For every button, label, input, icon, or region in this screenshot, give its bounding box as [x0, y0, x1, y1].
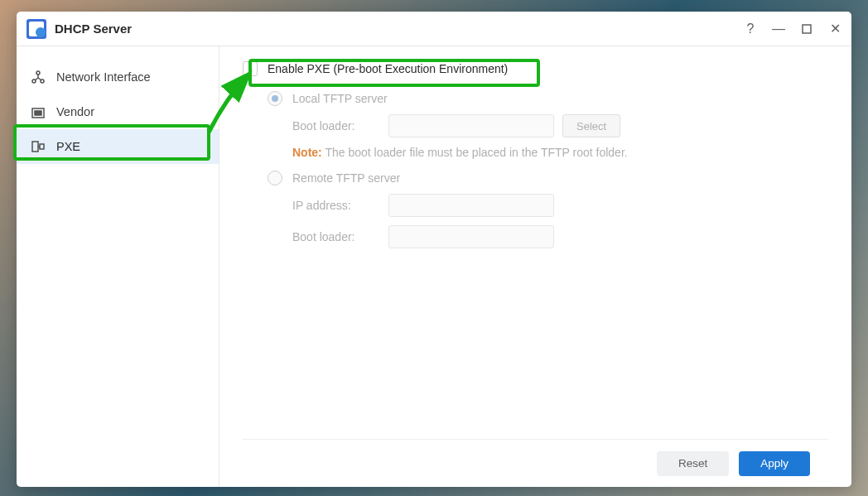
bootloader-row: Boot loader: Select	[292, 114, 828, 137]
ip-label: IP address:	[292, 199, 388, 212]
local-tftp-row: Local TFTP server	[268, 91, 828, 106]
body: Network Interface Vendor PXE Enable PXE …	[17, 46, 851, 487]
help-icon[interactable]: ?	[744, 22, 757, 36]
svg-rect-10	[40, 113, 41, 115]
app-icon	[27, 19, 46, 39]
local-subsection: Boot loader: Select Note: The boot loade…	[292, 114, 828, 159]
remote-tftp-radio[interactable]	[268, 171, 282, 185]
app-window: DHCP Server ? — ✕ Network Interface Vend…	[17, 12, 851, 487]
reset-button[interactable]: Reset	[657, 451, 729, 476]
window-controls: ? — ✕	[744, 22, 841, 36]
svg-rect-0	[803, 25, 811, 33]
sidebar-item-label: Network Interface	[56, 70, 151, 84]
sidebar-item-label: PXE	[56, 140, 80, 153]
bootloader2-input[interactable]	[388, 225, 554, 248]
vendor-icon	[30, 104, 46, 120]
sidebar-item-pxe[interactable]: PXE	[17, 129, 219, 164]
svg-rect-5	[35, 111, 36, 113]
sidebar-item-network-interface[interactable]: Network Interface	[17, 60, 219, 94]
note-row: Note: The boot loader file must be place…	[292, 146, 828, 159]
bootloader-input[interactable]	[388, 114, 554, 137]
bootloader2-row: Boot loader:	[292, 225, 828, 248]
footer: Reset Apply	[243, 439, 828, 487]
remote-tftp-row: Remote TFTP server	[268, 171, 828, 185]
svg-point-1	[36, 71, 40, 75]
pxe-section: Local TFTP server Boot loader: Select No…	[268, 86, 828, 257]
svg-rect-6	[37, 111, 39, 113]
local-tftp-radio[interactable]	[268, 91, 282, 106]
minimize-icon[interactable]: —	[772, 22, 785, 36]
remote-subsection: IP address: Boot loader:	[292, 194, 828, 248]
svg-rect-12	[40, 144, 44, 149]
close-icon[interactable]: ✕	[828, 22, 841, 36]
note-keyword: Note:	[292, 146, 322, 159]
maximize-icon[interactable]	[800, 22, 813, 36]
titlebar: DHCP Server ? — ✕	[17, 12, 851, 46]
local-tftp-label: Local TFTP server	[292, 92, 388, 105]
ip-input[interactable]	[388, 194, 554, 217]
svg-rect-7	[40, 111, 41, 113]
note-text: The boot loader file must be placed in t…	[322, 146, 628, 159]
sidebar-item-vendor[interactable]: Vendor	[17, 94, 219, 129]
svg-rect-11	[32, 142, 38, 152]
svg-rect-9	[37, 113, 39, 115]
select-button[interactable]: Select	[562, 114, 620, 137]
enable-pxe-checkbox[interactable]	[243, 61, 258, 76]
apply-button[interactable]: Apply	[739, 451, 810, 476]
svg-rect-8	[35, 113, 36, 115]
bootloader-label: Boot loader:	[292, 119, 388, 132]
bootloader2-label: Boot loader:	[292, 230, 388, 243]
network-icon	[30, 69, 46, 85]
ip-row: IP address:	[292, 194, 828, 217]
enable-pxe-label: Enable PXE (Pre-boot Execution Environme…	[268, 62, 508, 75]
sidebar-item-label: Vendor	[56, 105, 94, 118]
sidebar: Network Interface Vendor PXE	[17, 46, 219, 487]
window-title: DHCP Server	[55, 22, 744, 36]
remote-tftp-label: Remote TFTP server	[292, 171, 400, 185]
enable-pxe-row: Enable PXE (Pre-boot Execution Environme…	[243, 61, 828, 76]
pxe-icon	[30, 138, 46, 155]
main-content: Enable PXE (Pre-boot Execution Environme…	[219, 46, 851, 487]
